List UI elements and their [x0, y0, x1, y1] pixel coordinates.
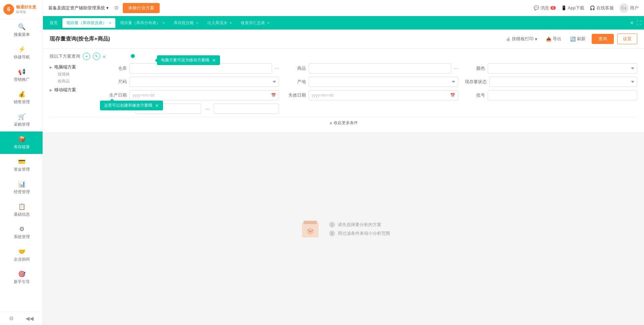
sidebar-item-management[interactable]: 📊 经营管理: [0, 176, 43, 199]
origin-select[interactable]: [309, 77, 458, 87]
calendar-icon-exp[interactable]: 📅: [450, 93, 455, 98]
tab-maximize[interactable]: ⛶: [637, 20, 641, 25]
filter-arrow-btn[interactable]: «: [103, 54, 106, 59]
app-download-btn[interactable]: 📱 App下载: [561, 5, 584, 11]
user-avatar-btn[interactable]: Ea 用户: [619, 3, 639, 13]
filter-fields: 仓库 ··· 商品 ··· 颜色: [107, 63, 637, 114]
logo: 6 畅通好生意 标准版: [0, 0, 43, 19]
scheme-by-goods[interactable]: 按商品: [50, 78, 97, 85]
refresh-btn[interactable]: 🔄 刷新: [568, 35, 588, 43]
tab-inventory-status[interactable]: 现存量（库存状况表） ✕: [62, 18, 115, 28]
calendar-icon-prod[interactable]: 📅: [271, 93, 276, 98]
tabbar-right: ✕ ⛶: [630, 20, 641, 25]
collapse-btn[interactable]: ∧ 收起更多条件: [50, 117, 637, 128]
sidebar-item-search[interactable]: 🔍 搜索菜单: [0, 19, 43, 42]
notification-icon: 💬: [534, 5, 539, 10]
scheme-mobile[interactable]: ▶ 移动端方案: [50, 86, 97, 94]
sales-icon: 💰: [18, 91, 25, 98]
sidebar-item-guide[interactable]: 🎯 新手引导: [0, 266, 43, 289]
sidebar-item-basic[interactable]: 📋 基础信息: [0, 199, 43, 221]
scheme-desktop[interactable]: ▶ 电脑端方案: [50, 63, 97, 71]
enterprise-icon: 🤝: [18, 248, 25, 255]
empty-tips: 1 请先选择要分析的方案 2 用过滤条件来缩小分析范围: [329, 222, 390, 236]
goods-dots-btn[interactable]: ···: [454, 65, 458, 71]
search-btn[interactable]: 查询: [592, 34, 614, 44]
export-icon: 📤: [546, 37, 551, 42]
filter-add-btn[interactable]: +: [83, 53, 90, 60]
page-header-actions: 🖨 按模板打印 ▾ 📤 导出 🔄 刷新 查询 设置: [503, 34, 637, 44]
production-date-input[interactable]: yyyy-mm-dd 📅: [129, 90, 279, 100]
phone-icon: 📱: [561, 5, 567, 10]
notification-btn[interactable]: 💬 消息 6: [534, 5, 556, 11]
filter-origin: 产地: [286, 77, 458, 87]
sidebar-item-sales[interactable]: 💰 销售管理: [0, 87, 43, 109]
batch-input[interactable]: [488, 90, 637, 100]
scheme-tree: ▶ 电脑端方案 按规格 按商品 ▶ 移动端方案: [50, 63, 97, 94]
stock-status-select[interactable]: [489, 77, 637, 87]
export-btn[interactable]: 📤 导出: [543, 35, 564, 43]
tooltip2-close[interactable]: ✕: [155, 103, 159, 108]
filter-header: 按以下方案查询 + ✎ « 电脑方案可设为移动方案哦 ✕: [50, 53, 637, 60]
tab-inventory-dist[interactable]: 现存量（库存分布表） ✕: [116, 18, 169, 28]
tab-batch-account[interactable]: 库存批次账 ✕: [170, 18, 203, 28]
print-dropdown-icon: ▾: [535, 37, 537, 42]
warehouse-dots-btn[interactable]: ···: [275, 65, 279, 71]
search-nav-icon: 🔍: [18, 23, 25, 31]
sidebar-collapse-btn[interactable]: ◀◀: [25, 315, 34, 322]
scheme-by-spec[interactable]: 按规格: [50, 71, 97, 78]
topbar-right: 💬 消息 6 📱 App下载 🎧 在线客服 Ea 用户: [534, 3, 639, 13]
print-btn[interactable]: 🖨 按模板打印 ▾: [503, 35, 540, 43]
system-selector[interactable]: 装备及固定资产辅助管理系统 ▾: [48, 5, 109, 11]
goods-input[interactable]: [309, 63, 451, 73]
tab-close-inventory-status[interactable]: ✕: [109, 21, 111, 25]
refresh-icon: 🔄: [570, 37, 576, 42]
guide-icon: 🎯: [18, 270, 25, 278]
svg-rect-1: [304, 221, 317, 224]
tab-inout-flow[interactable]: 出入库流水 ✕: [203, 18, 236, 28]
filter-edit-btn[interactable]: ✎: [93, 53, 100, 60]
tabbar: 首页 现存量（库存状况表） ✕ 现存量（库存分布表） ✕ 库存批次账 ✕ 出入库…: [43, 16, 644, 30]
inventory-icon: 📦: [18, 136, 25, 143]
tab-close-collect[interactable]: ✕: [267, 21, 270, 25]
tab-close-inout[interactable]: ✕: [229, 21, 232, 25]
sidebar-item-marketing[interactable]: 📢 营销推广: [0, 64, 43, 87]
empty-state: 1 请先选择要分析的方案 2 用过滤条件来缩小分析范围: [297, 216, 390, 242]
setting-btn[interactable]: 设置: [617, 34, 637, 44]
tab-collect-summary[interactable]: 收发存汇总表 ✕: [237, 18, 274, 28]
filter-label: 按以下方案查询: [50, 53, 80, 59]
tab-close-inventory-dist[interactable]: ✕: [162, 21, 165, 25]
sidebar-item-quicknav[interactable]: ⚡ 快捷导航: [0, 42, 43, 64]
sidebar-item-purchase[interactable]: 🛒 采购管理: [0, 109, 43, 131]
empty-icon: [297, 216, 324, 242]
guide-dot: [131, 54, 135, 58]
color-select[interactable]: [488, 63, 637, 73]
size-select[interactable]: [129, 77, 279, 87]
sidebar-item-enterprise[interactable]: 🤝 企业协同: [0, 244, 43, 266]
tab-close-batch[interactable]: ✕: [196, 21, 199, 25]
filter-batch: 批号: [465, 90, 637, 100]
tooltip1-close[interactable]: ✕: [212, 58, 216, 63]
basic-icon: 📋: [18, 203, 25, 210]
topbar: 装备及固定资产辅助管理系统 ▾ ⚙ 体验行业方案 💬 消息 6 📱 App下载 …: [43, 0, 644, 16]
system-icon: ⚙: [19, 225, 24, 233]
filter-goods: 商品 ···: [286, 63, 458, 73]
sidebar-item-finance[interactable]: 💳 资金管理: [0, 154, 43, 176]
trial-btn[interactable]: 体验行业方案: [123, 3, 160, 13]
finance-icon: 💳: [18, 158, 25, 165]
svg-point-4: [312, 229, 313, 231]
tab-home[interactable]: 首页: [46, 18, 62, 28]
online-support-btn[interactable]: 🎧 在线客服: [590, 5, 614, 11]
marketing-icon: 📢: [18, 68, 25, 75]
topbar-gear-icon[interactable]: ⚙: [114, 5, 119, 11]
filter-production-date: 生产日期 yyyy-mm-dd 📅: [107, 90, 279, 100]
tab-close-all[interactable]: ✕: [630, 20, 634, 25]
sidebar-item-inventory[interactable]: 📦 库存核算: [0, 131, 43, 154]
management-icon: 📊: [18, 180, 25, 188]
svg-point-3: [307, 229, 309, 231]
stock-main-max[interactable]: [214, 104, 279, 114]
empty-tip-1: 1 请先选择要分析的方案: [329, 222, 390, 228]
sidebar-item-system[interactable]: ⚙ 系统管理: [0, 221, 43, 244]
expiry-date-input[interactable]: yyyy-mm-dd 📅: [309, 90, 458, 100]
sidebar-settings-btn[interactable]: ⚙: [9, 315, 14, 322]
chevron-up-icon: ∧: [329, 121, 332, 125]
